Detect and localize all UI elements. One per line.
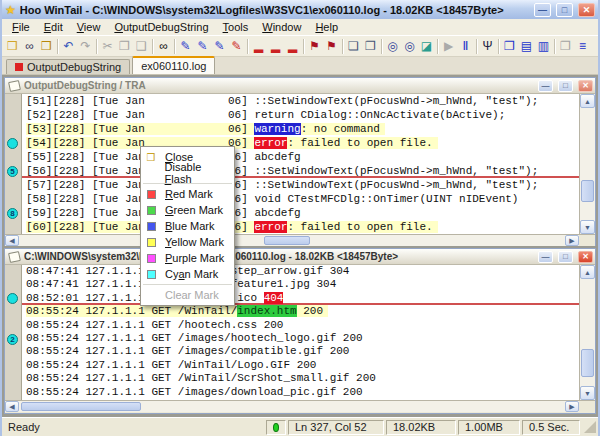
menu-view[interactable]: View — [70, 20, 108, 34]
new-page-button[interactable]: ❏ — [345, 37, 362, 56]
bookmark-next-button[interactable]: ⚑ — [323, 37, 340, 56]
menu-help[interactable]: Help — [308, 20, 345, 34]
context-menu-item-green-mark[interactable]: Green Mark — [141, 202, 234, 218]
bookmark-circle[interactable]: 2 — [7, 334, 18, 345]
scroll-track[interactable] — [19, 401, 565, 412]
child-title-bar[interactable]: C:\WINDOWS\system32\Logfiles\W3SVC1\ex06… — [5, 249, 595, 265]
log-line[interactable]: [56][228] [Tue Jan06] ::SetWindowText(pF… — [22, 164, 579, 178]
scroll-thumb[interactable] — [21, 402, 141, 411]
view-glasses-button[interactable]: ∞ — [21, 37, 38, 56]
log-line[interactable]: [55][228] [Tue Jan06] abcdefg — [22, 150, 579, 164]
mark-pen-delete-button[interactable]: ✎ — [228, 37, 245, 56]
child-maximize-button[interactable]: □ — [558, 80, 573, 92]
scroll-left-button[interactable]: ◀ — [5, 401, 19, 412]
log-line[interactable]: 08:55:24 127.1.1.1 GET /WinTail/Logo.GIF… — [22, 359, 579, 372]
scroll-up-button[interactable]: ▲ — [580, 265, 595, 279]
close-button[interactable]: ✕ — [578, 3, 595, 17]
log-line[interactable]: [57][228] [Tue Jan06] ::SetWindowText(pF… — [22, 178, 579, 192]
log-line[interactable]: 08:55:24 127.1.1.1 GET /images/download_… — [22, 386, 579, 399]
scroll-track[interactable] — [580, 279, 595, 386]
log-line[interactable]: 08:47:41 127.1.1.1 GET /images/feature1.… — [22, 278, 579, 291]
log-line[interactable]: [58][228] [Tue Jan06] void CTestMFCDlg::… — [22, 192, 579, 206]
vertical-scrollbar[interactable]: ▲ ▼ — [579, 265, 595, 400]
menu-file[interactable]: File — [5, 20, 37, 34]
context-menu-item-purple-mark[interactable]: Purple Mark — [141, 250, 234, 266]
context-menu-item-cyan-mark[interactable]: Cyan Mark — [141, 266, 234, 282]
context-menu-item-blue-mark[interactable]: Blue Mark — [141, 218, 234, 234]
mark-pen-button-3[interactable]: ✎ — [211, 37, 228, 56]
log-line[interactable]: [59][228] [Tue Jan06] abcdefg — [22, 206, 579, 220]
eraser-button[interactable]: ◪ — [418, 37, 435, 56]
log-line[interactable]: 08:55:24 127.1.1.1 GET /WinTail/ScrShot_… — [22, 372, 579, 385]
log-line[interactable]: 08:55:24 127.1.1.1 GET /images/hootech_l… — [22, 332, 579, 345]
menu-outputdebugstring[interactable]: OutputDebugString — [107, 20, 215, 34]
log-line[interactable]: [53][228] [Tue Jan06] warning: no comman… — [22, 122, 579, 136]
scroll-thumb[interactable] — [264, 236, 310, 245]
scroll-right-button[interactable]: ▶ — [565, 235, 579, 246]
child-minimize-button[interactable]: — — [538, 80, 553, 92]
bookmark-prev-button[interactable]: ⚑ — [306, 37, 323, 56]
underline-mark-button-2[interactable]: ▂ — [267, 37, 284, 56]
title-bar[interactable]: ★ Hoo WinTail - C:\WINDOWS\system32\Logf… — [2, 0, 598, 19]
log-line[interactable]: 08:52:01 127.1.1.1 GET /favicon.ico 404 — [22, 292, 579, 305]
scroll-thumb[interactable] — [581, 349, 594, 377]
log-line[interactable]: 08:47:41 127.1.1.1 GET /images/step_arro… — [22, 265, 579, 278]
mark-pen-button-2[interactable]: ✎ — [194, 37, 211, 56]
log-line[interactable]: [51][228] [Tue Jan06] ::SetWindowText(pF… — [22, 94, 579, 108]
bookmark-circle[interactable]: 5 — [7, 166, 18, 177]
scroll-track[interactable] — [580, 108, 595, 220]
pause-button[interactable]: Ⅱ — [457, 37, 474, 56]
child-maximize-button[interactable]: □ — [558, 251, 573, 263]
line-wrap-button[interactable]: ≡ — [574, 37, 591, 56]
bookmark-circle[interactable] — [7, 138, 18, 149]
log-line[interactable]: 08:55:24 127.1.1.1 GET /WinTail/index.ht… — [22, 305, 579, 318]
context-menu-item-yellow-mark[interactable]: Yellow Mark — [141, 234, 234, 250]
scroll-up-button[interactable]: ▲ — [580, 94, 595, 108]
scroll-thumb[interactable] — [581, 180, 594, 202]
log-line[interactable]: 08:55:24 127.1.1.1 GET /hootech.css 200 — [22, 319, 579, 332]
bookmark-circle[interactable]: 8 — [7, 208, 18, 219]
bookmark-gutter[interactable]: 2 — [5, 265, 22, 400]
maximize-button[interactable]: □ — [556, 3, 573, 17]
log-line[interactable]: 08:55:24 127.1.1.1 GET /images/compatibl… — [22, 345, 579, 358]
underline-clear-button[interactable]: ▂ — [284, 37, 301, 56]
resize-grip[interactable] — [584, 421, 596, 433]
child-title-bar[interactable]: OutputDebugString / TRA — □ ✕ — [5, 78, 595, 94]
child-close-button[interactable]: ✕ — [578, 251, 593, 263]
log-line[interactable]: [60][228] [Tue Jan06] error: failed to o… — [22, 220, 579, 234]
log-view[interactable]: 08:47:41 127.1.1.1 GET /images/step_arro… — [22, 265, 579, 400]
menu-tools[interactable]: Tools — [216, 20, 256, 34]
bookmark-circle[interactable] — [7, 293, 18, 304]
child-close-button[interactable]: ✕ — [578, 80, 593, 92]
scroll-down-button[interactable]: ▼ — [580, 386, 595, 400]
underline-mark-button-1[interactable]: ▂ — [250, 37, 267, 56]
scroll-track[interactable] — [19, 235, 565, 246]
menu-edit[interactable]: Edit — [37, 20, 70, 34]
tile-horizontal-button[interactable]: ▤ — [518, 37, 535, 56]
mark-pen-button-1[interactable]: ✎ — [177, 37, 194, 56]
cascade-windows-button[interactable]: ❐ — [501, 37, 518, 56]
log-line[interactable]: [54][228] [Tue Jan06] error: failed to o… — [22, 136, 579, 150]
context-menu-item-disable-flash[interactable]: Disable Flash — [141, 165, 234, 181]
log-view[interactable]: [51][228] [Tue Jan06] ::SetWindowText(pF… — [22, 94, 579, 234]
vertical-scrollbar[interactable]: ▲ ▼ — [579, 94, 595, 234]
scroll-down-button[interactable]: ▼ — [580, 220, 595, 234]
open-file-button[interactable]: ❒ — [4, 37, 21, 56]
spool-capture-button-1[interactable]: ◎ — [384, 37, 401, 56]
scroll-right-button[interactable]: ▶ — [565, 401, 579, 412]
context-menu-item-red-mark[interactable]: Red Mark — [141, 186, 234, 202]
menu-window[interactable]: Window — [255, 20, 308, 34]
child-minimize-button[interactable]: — — [538, 251, 553, 263]
horizontal-scrollbar[interactable]: ◀ ▶ — [5, 234, 595, 246]
tab-outputdebugstring[interactable]: OutputDebugString — [6, 59, 130, 74]
spool-capture-button-2[interactable]: ◎ — [401, 37, 418, 56]
minimize-button[interactable]: — — [534, 3, 551, 17]
filter-funnel-button[interactable]: Ψ — [479, 37, 496, 56]
scroll-left-button[interactable]: ◀ — [5, 235, 19, 246]
close-file-button[interactable]: ❒ — [38, 37, 55, 56]
log-line[interactable]: [52][228] [Tue Jan06] return CDialog::On… — [22, 108, 579, 122]
find-button[interactable]: ∞ — [155, 37, 172, 56]
tab-ex060110-log[interactable]: ex060110.log — [132, 56, 215, 74]
bookmark-gutter[interactable]: 58 — [5, 94, 22, 234]
tile-vertical-button[interactable]: ▥ — [535, 37, 552, 56]
